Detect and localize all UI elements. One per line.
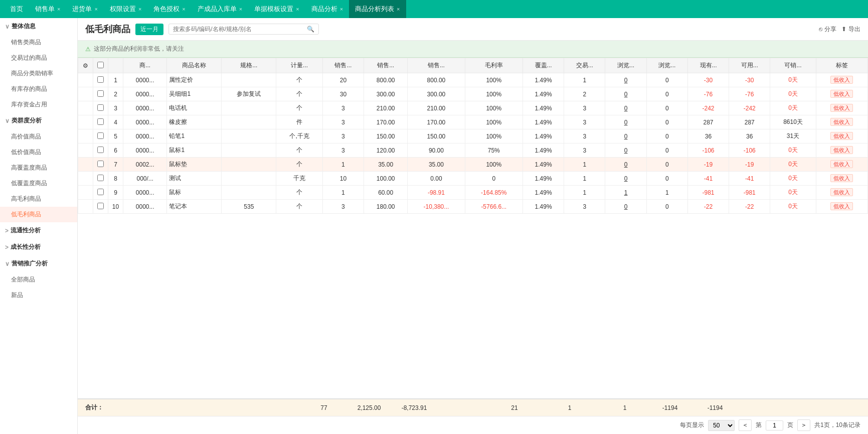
row-checkbox[interactable] [97,175,104,181]
row-checkbox[interactable] [97,147,104,153]
cell-check[interactable] [93,101,108,115]
sidebar-group-流通性分析[interactable]: >流通性分析 [0,222,77,239]
cell-unit: 个,千克 [276,129,322,143]
cell-browse1[interactable]: 0 [605,143,646,158]
sidebar-item-高覆盖度商品[interactable]: 高覆盖度商品 [0,160,77,176]
col-sales-price[interactable]: 销售... [364,58,408,73]
nav-item-商品分析[interactable]: 商品分析× [305,0,349,18]
cell-check[interactable] [93,143,108,158]
sidebar-group-营销推广分析[interactable]: ∨营销推广分析 [0,255,77,272]
table-row: 6 0000... 鼠标1 个 3 120.00 90.00 75% 1.49%… [78,143,868,158]
cell-check[interactable] [93,158,108,172]
sidebar-group-整体信息[interactable]: ∨整体信息 [0,18,77,35]
sidebar-item-低毛利商品[interactable]: 低毛利商品 [0,207,77,222]
nav-close-icon[interactable]: × [182,6,185,12]
row-checkbox[interactable] [97,189,104,195]
cell-browse1[interactable]: 0 [605,101,646,115]
col-settings[interactable]: ⚙ [78,58,93,73]
export-button[interactable]: ⬆ 导出 [841,25,860,34]
search-input[interactable] [173,26,307,33]
cell-check[interactable] [93,87,108,101]
search-icon[interactable]: 🔍 [307,26,314,33]
pagination-bar: 每页显示 50 100 ＜ 第 页 ＞ 共1页，10条记录 [78,416,868,434]
table-row: 9 0000... 鼠标 个 1 60.00 -98.91 -164.85% 1… [78,186,868,200]
col-code[interactable]: 商... [123,58,167,73]
cell-browse1[interactable]: 1 [605,186,646,200]
cell-saleable: 8610天 [770,115,816,129]
col-unit[interactable]: 计量... [276,58,322,73]
col-browse2[interactable]: 浏览... [646,58,687,73]
cell-browse1[interactable]: 0 [605,115,646,129]
sidebar-item-商品分类助销率[interactable]: 商品分类助销率 [0,66,77,81]
nav-item-单据模板设置[interactable]: 单据模板设置× [248,0,305,18]
cell-browse1[interactable]: 0 [605,73,646,87]
per-page-select[interactable]: 50 100 [708,420,735,431]
nav-close-icon[interactable]: × [397,6,400,12]
check-all-checkbox[interactable] [97,62,104,68]
row-checkbox[interactable] [97,118,104,125]
sidebar-item-低价值商品[interactable]: 低价值商品 [0,144,77,160]
cell-check[interactable] [93,200,108,214]
sidebar-item-高毛利商品[interactable]: 高毛利商品 [0,191,77,207]
sidebar-item-高价值商品[interactable]: 高价值商品 [0,129,77,144]
cell-check[interactable] [93,129,108,143]
col-saleable[interactable]: 可销... [770,58,816,73]
col-check-all[interactable] [93,58,108,73]
next-page-button[interactable]: ＞ [797,419,810,431]
cell-check[interactable] [93,172,108,186]
nav-close-icon[interactable]: × [94,6,97,12]
nav-item-角色授权[interactable]: 角色授权× [147,0,191,18]
cell-browse1[interactable]: 0 [605,172,646,186]
cell-check[interactable] [93,115,108,129]
col-gross-rate[interactable]: 毛利率 [465,58,523,73]
col-browse1[interactable]: 浏览... [605,58,646,73]
col-tag[interactable]: 标签 [816,58,867,73]
sidebar-item-销售类商品[interactable]: 销售类商品 [0,35,77,50]
sidebar-item-新品[interactable]: 新品 [0,287,77,303]
cell-browse1[interactable]: 0 [605,158,646,172]
cell-browse2: 0 [646,158,687,172]
share-button[interactable]: ⎋ 分享 [819,25,836,34]
cell-no: 4 [108,115,123,129]
col-coverage[interactable]: 覆盖... [523,58,564,73]
nav-item-销售单[interactable]: 销售单× [29,0,66,18]
cell-check[interactable] [93,186,108,200]
row-checkbox[interactable] [97,76,104,83]
col-trade[interactable]: 交易... [564,58,605,73]
col-sales-amount[interactable]: 销售... [408,58,465,73]
nav-item-商品分析列表[interactable]: 商品分析列表× [349,0,406,18]
row-checkbox[interactable] [97,161,104,167]
row-checkbox[interactable] [97,104,104,111]
cell-check[interactable] [93,73,108,87]
filter-button[interactable]: 近一月 [135,24,163,35]
nav-close-icon[interactable]: × [138,6,141,12]
row-checkbox[interactable] [97,90,104,97]
col-name[interactable]: 商品名称 [167,58,222,73]
sidebar-item-交易过的商品[interactable]: 交易过的商品 [0,50,77,66]
nav-item-权限设置[interactable]: 权限设置× [104,0,147,18]
row-checkbox[interactable] [97,132,104,139]
sidebar-item-有库存的商品[interactable]: 有库存的商品 [0,81,77,97]
cell-browse1[interactable]: 0 [605,200,646,214]
col-available[interactable]: 可用... [729,58,770,73]
col-spec[interactable]: 规格... [222,58,276,73]
nav-close-icon[interactable]: × [340,6,343,12]
nav-close-icon[interactable]: × [57,6,60,12]
prev-page-button[interactable]: ＜ [739,419,752,431]
sidebar-item-全部商品[interactable]: 全部商品 [0,272,77,287]
nav-item-进货单[interactable]: 进货单× [66,0,103,18]
sidebar-group-成长性分析[interactable]: >成长性分析 [0,239,77,255]
sidebar-group-类群度分析[interactable]: ∨类群度分析 [0,112,77,129]
col-current[interactable]: 现有... [687,58,729,73]
row-checkbox[interactable] [97,203,104,209]
cell-browse1[interactable]: 0 [605,129,646,143]
nav-item-首页[interactable]: 首页 [4,0,29,18]
nav-close-icon[interactable]: × [239,6,242,12]
sidebar-item-低覆盖度商品[interactable]: 低覆盖度商品 [0,176,77,191]
nav-close-icon[interactable]: × [296,6,299,12]
nav-item-产成品入库单[interactable]: 产成品入库单× [192,0,248,18]
cell-browse1[interactable]: 0 [605,87,646,101]
col-sales-count[interactable]: 销售... [322,58,364,73]
sidebar-item-库存资金占用[interactable]: 库存资金占用 [0,97,77,112]
page-number-input[interactable] [766,420,783,430]
